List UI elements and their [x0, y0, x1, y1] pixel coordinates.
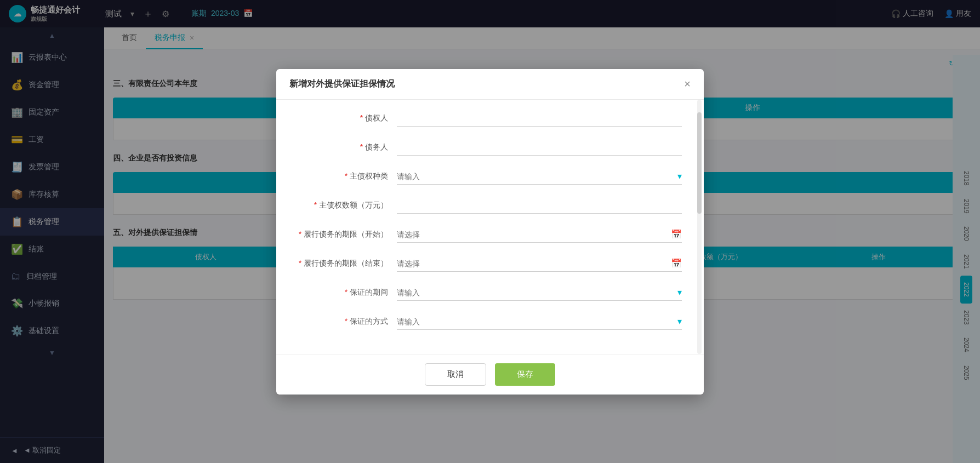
modal-title: 新增对外提供保证担保情况: [289, 78, 395, 90]
cancel-button[interactable]: 取消: [425, 363, 486, 386]
input-creditor[interactable]: [397, 111, 682, 127]
select-wrap-guarantee-period: ▾: [397, 285, 682, 301]
label-period-end: * 履行债务的期限（结束）: [298, 259, 397, 268]
form-row-guarantee-method: * 保证的方式 ▾: [298, 314, 682, 330]
form-row-debtor: * 债务人: [298, 140, 682, 156]
chevron-down-guarantee-period[interactable]: ▾: [677, 287, 682, 298]
label-creditor: * 债权人: [298, 113, 397, 123]
date-wrap-period-end: 📅: [397, 256, 682, 272]
select-wrap-creditor-type: ▾: [397, 169, 682, 185]
chevron-down-creditor-type[interactable]: ▾: [677, 171, 682, 181]
form-row-creditor-amount: * 主债权数额（万元）: [298, 198, 682, 214]
modal-dialog: 新增对外提供保证担保情况 × * 债权人 * 债务人: [276, 69, 704, 395]
form-row-period-end: * 履行债务的期限（结束） 📅: [298, 256, 682, 272]
modal-scrollbar-track: [697, 100, 702, 354]
label-guarantee-method: * 保证的方式: [298, 317, 397, 327]
date-wrap-period-start: 📅: [397, 227, 682, 243]
save-button[interactable]: 保存: [495, 363, 555, 386]
input-guarantee-method[interactable]: [397, 314, 677, 329]
input-creditor-type[interactable]: [397, 169, 677, 184]
modal-overlay[interactable]: 新增对外提供保证担保情况 × * 债权人 * 债务人: [0, 0, 980, 463]
modal-scrollbar-thumb[interactable]: [697, 112, 702, 214]
input-guarantee-period[interactable]: [397, 285, 677, 300]
select-wrap-guarantee-method: ▾: [397, 314, 682, 330]
input-period-end[interactable]: [397, 256, 671, 271]
modal-body: * 债权人 * 债务人 * 主债权种类: [276, 100, 704, 354]
label-period-start: * 履行债务的期限（开始）: [298, 230, 397, 239]
form-row-creditor-type: * 主债权种类 ▾: [298, 169, 682, 185]
input-creditor-amount[interactable]: [397, 198, 682, 214]
form-row-creditor: * 债权人: [298, 111, 682, 127]
label-debtor: * 债务人: [298, 142, 397, 152]
input-period-start[interactable]: [397, 227, 671, 242]
label-creditor-amount: * 主债权数额（万元）: [298, 201, 397, 210]
modal-close-button[interactable]: ×: [684, 78, 691, 90]
form-row-period-start: * 履行债务的期限（开始） 📅: [298, 227, 682, 243]
form-row-guarantee-period: * 保证的期间 ▾: [298, 285, 682, 301]
calendar-period-end-icon[interactable]: 📅: [671, 258, 682, 268]
input-debtor[interactable]: [397, 140, 682, 156]
label-guarantee-period: * 保证的期间: [298, 288, 397, 298]
calendar-period-start-icon[interactable]: 📅: [671, 229, 682, 239]
label-creditor-type: * 主债权种类: [298, 172, 397, 181]
modal-header: 新增对外提供保证担保情况 ×: [276, 69, 704, 100]
modal-footer: 取消 保存: [276, 354, 704, 395]
chevron-down-guarantee-method[interactable]: ▾: [677, 316, 682, 327]
